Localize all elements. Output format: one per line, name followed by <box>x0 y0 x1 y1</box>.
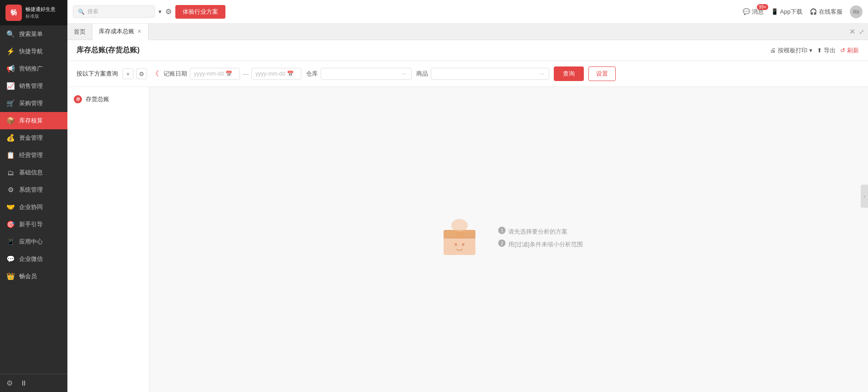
app-download-btn[interactable]: 📱 App下载 <box>771 8 802 16</box>
warehouse-field-group: 仓库 ··· <box>306 68 412 80</box>
topbar-left: 🔍 搜索 ▾ ⚙ 体验行业方案 <box>73 5 738 19</box>
sidebar-item-quick-nav[interactable]: ⚡ 快捷导航 <box>0 43 67 60</box>
print-template-btn[interactable]: 🖨 按模板打印 ▾ <box>770 46 812 55</box>
chevron-right-icon: › <box>863 193 865 199</box>
warehouse-input[interactable]: ··· <box>321 68 412 80</box>
svg-point-6 <box>462 243 465 246</box>
sidebar-item-label: 企业微信 <box>19 255 43 263</box>
sidebar-item-finance[interactable]: 💰 资金管理 <box>0 129 67 147</box>
sidebar-item-wechat[interactable]: 💬 企业微信 <box>0 250 67 268</box>
sidebar-item-search[interactable]: 🔍 搜索菜单 <box>0 25 67 43</box>
print-dropdown-icon[interactable]: ▾ <box>809 47 812 54</box>
industry-btn[interactable]: 体验行业方案 <box>175 5 225 19</box>
add-filter-btn[interactable]: + <box>123 68 133 79</box>
date-field-label: 记账日期 <box>163 70 187 78</box>
topbar-search[interactable]: 🔍 搜索 <box>73 5 155 18</box>
sidebar-item-purchase[interactable]: 🛒 采购管理 <box>0 95 67 112</box>
sidebar-item-label: 采购管理 <box>19 99 43 107</box>
sidebar-item-vip[interactable]: 👑 畅会员 <box>0 268 67 285</box>
topbar-settings-icon[interactable]: ⚙ <box>165 7 172 16</box>
messages-badge: 99+ <box>757 4 768 10</box>
step1-text: 请先选择要分析的方案 <box>508 228 567 236</box>
sidebar-item-label: 快捷导航 <box>19 47 43 56</box>
date-start-input[interactable]: yyyy-mm-dd 📅 <box>190 68 240 80</box>
messages-btn[interactable]: 💬 消息 99+ <box>743 8 764 16</box>
sidebar: 畅 畅捷通好生意 标准版 🔍 搜索菜单 ⚡ 快捷导航 📢 营销推广 📈 销售管理… <box>0 0 67 392</box>
sidebar-item-label: 系统管理 <box>19 186 43 194</box>
user-avatar[interactable]: Rit <box>850 5 863 18</box>
tab-home[interactable]: 首页 <box>67 24 92 40</box>
right-panel-toggle[interactable]: › <box>861 184 868 208</box>
query-btn[interactable]: 查询 <box>554 66 584 81</box>
tab-close-icon[interactable]: ✕ <box>137 29 142 34</box>
sidebar-item-inventory[interactable]: 📦 库存核算 <box>0 112 67 129</box>
calendar-icon[interactable]: 📅 <box>225 71 232 77</box>
sidebar-item-label: 新手引导 <box>19 220 43 229</box>
app-logo: 畅 畅捷通好生意 标准版 <box>0 0 67 25</box>
sidebar-item-sales[interactable]: 📈 销售管理 <box>0 77 67 95</box>
sidebar-item-label: 应用中心 <box>19 238 43 246</box>
print-template-label: 按模板打印 <box>778 46 807 55</box>
sales-icon: 📈 <box>6 82 15 90</box>
sidebar-item-label: 资金管理 <box>19 134 43 142</box>
warehouse-more-icon[interactable]: ··· <box>402 71 407 77</box>
scheme-item-icon: 存 <box>74 95 82 103</box>
scheme-item-inventory[interactable]: 存 存货总账 <box>67 92 149 107</box>
calendar-end-icon[interactable]: 📅 <box>287 71 294 77</box>
tab-inventory-ledger[interactable]: 库存成本总账 ✕ <box>92 24 148 40</box>
sidebar-item-system[interactable]: ⚙ 系统管理 <box>0 181 67 199</box>
sidebar-item-label: 营销推广 <box>19 65 43 73</box>
expand-icon[interactable]: ⤢ <box>859 28 864 36</box>
refresh-icon: ↺ <box>840 47 845 54</box>
date-field-group: 记账日期 yyyy-mm-dd 📅 — yyyy-mm-dd 📅 <box>163 68 301 80</box>
page-title: 库存总账(存货总账) <box>77 46 140 55</box>
export-btn[interactable]: ⬆ 导出 <box>817 46 836 55</box>
print-icon: 🖨 <box>770 47 776 54</box>
svg-point-3 <box>451 219 468 232</box>
finance-icon: 💰 <box>6 134 15 142</box>
export-label: 导出 <box>824 46 836 55</box>
filter-collapse-btn[interactable]: 《 <box>152 69 159 79</box>
topbar-dropdown-icon[interactable]: ▾ <box>158 8 162 15</box>
sidebar-item-label: 经营管理 <box>19 151 43 159</box>
filter-area: 按以下方案查询 + ⚙ 《 记账日期 yyyy-mm-dd 📅 — yyyy-m… <box>67 61 868 87</box>
step1-num: 1 <box>498 227 505 234</box>
filter-actions: + ⚙ <box>123 68 147 79</box>
toggle-sidebar-icon[interactable]: ⏸ <box>20 379 27 387</box>
settings-btn[interactable]: 设置 <box>588 66 616 81</box>
app-version: 标准版 <box>26 13 56 20</box>
sidebar-item-appstore[interactable]: 📱 应用中心 <box>0 233 67 250</box>
product-more-icon[interactable]: ··· <box>540 71 544 77</box>
scheme-panel: 存 存货总账 <box>67 87 149 392</box>
sidebar-item-marketing[interactable]: 📢 营销推广 <box>0 60 67 77</box>
tab-inventory-ledger-label: 库存成本总账 <box>99 27 134 36</box>
app-name: 畅捷通好生意 <box>26 6 56 13</box>
scheme-item-label: 存货总账 <box>86 95 109 103</box>
enterprise-icon: 🤝 <box>6 203 15 211</box>
sidebar-item-enterprise[interactable]: 🤝 企业协同 <box>0 199 67 216</box>
tab-home-label: 首页 <box>74 28 86 36</box>
settings-filter-btn[interactable]: ⚙ <box>136 68 147 79</box>
topbar: 🔍 搜索 ▾ ⚙ 体验行业方案 💬 消息 99+ 📱 App下载 🎧 在线客服 <box>67 0 868 24</box>
date-separator: — <box>243 71 249 77</box>
date-placeholder-end: yyyy-mm-dd <box>255 71 285 77</box>
sidebar-item-label: 销售管理 <box>19 82 43 90</box>
date-end-input[interactable]: yyyy-mm-dd 📅 <box>251 68 301 80</box>
search-icon: 🔍 <box>78 9 85 15</box>
step2-num: 2 <box>498 239 505 247</box>
refresh-btn[interactable]: ↺ 刷新 <box>840 46 859 55</box>
sidebar-item-basic[interactable]: 🗂 基础信息 <box>0 164 67 181</box>
sidebar-item-newbie[interactable]: 🎯 新手引导 <box>0 216 67 233</box>
close-panel-btn[interactable]: ✕ <box>849 27 855 36</box>
inventory-icon: 📦 <box>6 117 15 125</box>
product-input[interactable]: ··· <box>431 68 549 80</box>
search-placeholder: 搜索 <box>87 8 98 15</box>
settings-bottom-icon[interactable]: ⚙ <box>6 379 13 387</box>
svg-point-5 <box>454 243 457 246</box>
system-icon: ⚙ <box>6 186 15 194</box>
refresh-label: 刷新 <box>847 46 859 55</box>
online-service-btn[interactable]: 🎧 在线客服 <box>810 8 842 16</box>
sidebar-item-business[interactable]: 📋 经营管理 <box>0 147 67 164</box>
online-service-label: 在线客服 <box>819 8 842 16</box>
marketing-icon: 📢 <box>6 65 15 73</box>
